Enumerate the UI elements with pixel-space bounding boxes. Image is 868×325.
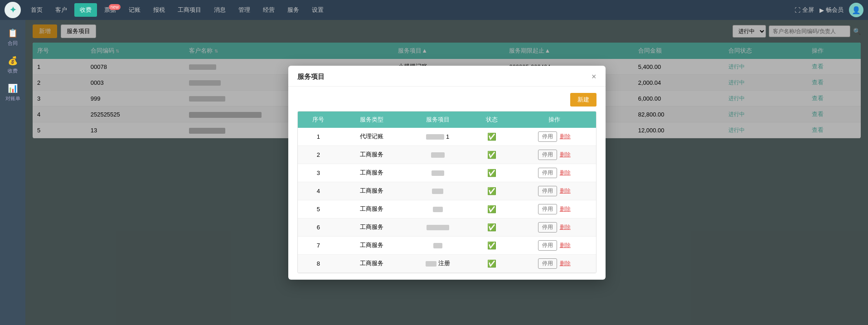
sidebar-label-shoufei: 收费 [8,68,18,74]
nav-item-gongshang[interactable]: 工商项目 [172,3,207,17]
dialog-cell-item [404,218,471,236]
dialog-col-type: 服务类型 [339,112,404,128]
dialog-cell-action: 停用 删除 [513,236,596,254]
top-navigation: ✦ 首页 客户 收费 票据 new 记账 报税 工商项目 消息 管理 经营 服务… [0,0,868,20]
member-icon: ▶ [820,7,824,14]
contract-icon: 📋 [8,28,18,38]
dialog-col-seq: 序号 [298,112,339,128]
nav-item-home[interactable]: 首页 [25,3,48,17]
delete-button[interactable]: 删除 [560,260,571,267]
nav-item-shezhi[interactable]: 设置 [306,3,329,17]
sidebar: 📋 合同 💰 收费 📊 对账单 [0,20,25,325]
dialog-cell-action: 停用 删除 [513,182,596,200]
dialog-cell-item [404,236,471,254]
dialog-table-row: 8 工商服务 注册 ✅ 停用 删除 [298,254,596,272]
dialog-table-row: 3 工商服务 ✅ 停用 删除 [298,164,596,182]
avatar[interactable]: 👤 [849,3,863,17]
dialog-cell-seq: 1 [298,128,339,146]
nav-item-jizhang[interactable]: 记账 [123,3,146,17]
dialog-cell-item [404,164,471,182]
nav-item-jingying[interactable]: 经营 [257,3,280,17]
dialog-cell-seq: 5 [298,200,339,218]
dialog-table-row: 1 代理记账 1 ✅ 停用 删除 [298,128,596,146]
dialog-col-item: 服务项目 [404,112,471,128]
stop-button[interactable]: 停用 [538,222,557,233]
nav-item-customer[interactable]: 客户 [50,3,73,17]
nav-item-fuwu[interactable]: 服务 [282,3,305,17]
sidebar-item-duizhangdan[interactable]: 📊 对账单 [1,80,24,106]
dialog-cell-action: 停用 删除 [513,146,596,164]
dialog-cell-action: 停用 删除 [513,200,596,218]
stop-button[interactable]: 停用 [538,204,557,214]
nav-item-guanli[interactable]: 管理 [233,3,256,17]
dialog-cell-item [404,200,471,218]
member-label: 畅会员 [826,6,844,14]
stop-button[interactable]: 停用 [538,240,557,251]
sidebar-label-duizhangdan: 对账单 [5,95,20,102]
dialog-cell-type: 工商服务 [339,146,404,164]
dialog-header: 服务项目 × [288,66,606,87]
dialog-cell-status: ✅ [471,254,513,272]
delete-button[interactable]: 删除 [560,205,571,213]
dialog-cell-seq: 3 [298,164,339,182]
dialog-cell-seq: 7 [298,236,339,254]
fullscreen-button[interactable]: ⛶ 全屏 [795,6,814,14]
dialog-cell-type: 工商服务 [339,182,404,200]
dialog-table-row: 6 工商服务 ✅ 停用 删除 [298,218,596,236]
dialog-cell-status: ✅ [471,236,513,254]
dialog-cell-item: 1 [404,128,471,146]
dialog-cell-item: 注册 [404,254,471,272]
delete-button[interactable]: 删除 [560,187,571,195]
dialog-cell-type: 工商服务 [339,254,404,272]
dialog-cell-seq: 8 [298,254,339,272]
dialog-cell-status: ✅ [471,128,513,146]
stop-button[interactable]: 停用 [538,150,557,160]
nav-item-xiaoxi[interactable]: 消息 [209,3,231,17]
member-button[interactable]: ▶ 畅会员 [820,6,844,14]
dialog-title: 服务项目 [297,73,325,81]
dialog-cell-seq: 4 [298,182,339,200]
dialog-cell-type: 工商服务 [339,218,404,236]
dialog-cell-type: 工商服务 [339,200,404,218]
fullscreen-icon: ⛶ [795,7,800,14]
dialog-new-button[interactable]: 新建 [570,93,596,107]
nav-right: ⛶ 全屏 ▶ 畅会员 👤 [795,3,863,17]
stop-button[interactable]: 停用 [538,258,557,269]
dialog-cell-status: ✅ [471,146,513,164]
dialog-body: 新建 序号 服务类型 服务项目 状态 操作 [288,87,606,280]
service-item-dialog: 服务项目 × 新建 序号 服务类型 服务项目 状态 [288,66,606,280]
nav-items-list: 首页 客户 收费 票据 new 记账 报税 工商项目 消息 管理 经营 服务 设… [25,3,795,17]
nav-item-piaoju[interactable]: 票据 new [99,3,121,17]
dialog-cell-seq: 6 [298,218,339,236]
duizhangdan-icon: 📊 [8,83,18,93]
delete-button[interactable]: 删除 [560,133,571,141]
fullscreen-label: 全屏 [802,6,814,14]
sidebar-item-contract[interactable]: 📋 合同 [1,24,24,50]
sidebar-item-shoufei[interactable]: 💰 收费 [1,52,24,78]
nav-item-baoshui[interactable]: 报税 [148,3,170,17]
dialog-cell-status: ✅ [471,218,513,236]
sidebar-label-contract: 合同 [8,40,18,47]
delete-button[interactable]: 删除 [560,151,571,159]
dialog-col-status: 状态 [471,112,513,128]
delete-button[interactable]: 删除 [560,242,571,249]
stop-button[interactable]: 停用 [538,168,557,178]
dialog-cell-status: ✅ [471,182,513,200]
dialog-cell-action: 停用 删除 [513,218,596,236]
dialog-toolbar: 新建 [297,93,596,107]
dialog-cell-seq: 2 [298,146,339,164]
dialog-table-container[interactable]: 序号 服务类型 服务项目 状态 操作 1 代理记账 1 ✅ 停用 删除 [297,111,596,273]
dialog-table-row: 7 工商服务 ✅ 停用 删除 [298,236,596,254]
delete-button[interactable]: 删除 [560,223,571,231]
dialog-close-button[interactable]: × [592,72,596,82]
dialog-table-row: 4 工商服务 ✅ 停用 删除 [298,182,596,200]
dialog-cell-item [404,182,471,200]
main-layout: 📋 合同 💰 收费 📊 对账单 新增 服务项目 进行中 已完成 全部 [0,20,868,325]
dialog-table-row: 2 工商服务 ✅ 停用 删除 [298,146,596,164]
dialog-cell-action: 停用 删除 [513,164,596,182]
stop-button[interactable]: 停用 [538,131,557,142]
delete-button[interactable]: 删除 [560,169,571,177]
nav-item-shoufei[interactable]: 收费 [74,3,97,17]
dialog-cell-item [404,146,471,164]
stop-button[interactable]: 停用 [538,186,557,196]
